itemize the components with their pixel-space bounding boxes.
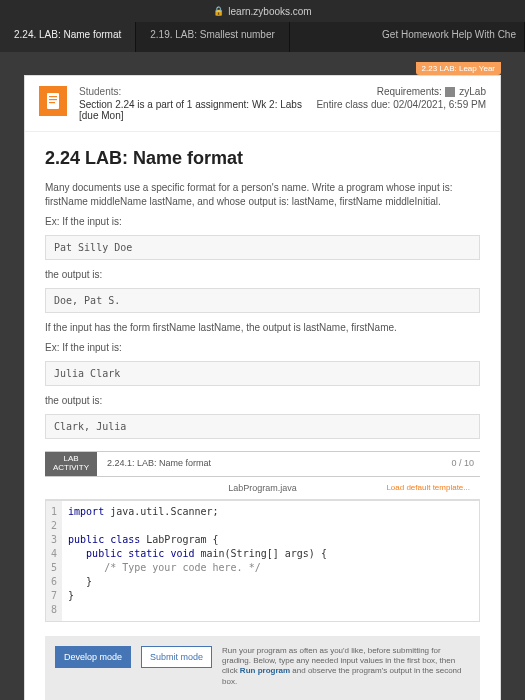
tab-homework-help[interactable]: Get Homework Help With Che: [290, 22, 525, 52]
browser-address-bar: 🔒 learn.zybooks.com: [0, 0, 525, 22]
out1-label: the output is:: [45, 268, 480, 282]
lab-description: Many documents use a specific format for…: [45, 181, 480, 209]
svg-rect-1: [49, 96, 57, 97]
ex1-input: Pat Silly Doe: [45, 235, 480, 260]
activity-number: 2.24.1: LAB: Name format: [97, 452, 445, 476]
zylab-icon: [445, 87, 455, 97]
svg-rect-0: [47, 93, 59, 109]
submit-mode-button[interactable]: Submit mode: [141, 646, 212, 668]
code-text: LabProgram {: [140, 534, 218, 545]
activity-score: 0 / 10: [445, 452, 480, 476]
due-label: Entire class due:: [316, 99, 390, 110]
svg-rect-2: [49, 99, 57, 100]
banner-left: Students: Section 2.24 is a part of 1 as…: [79, 86, 316, 121]
due-value: 02/04/2021, 6:59 PM: [393, 99, 486, 110]
ln: 5: [51, 561, 57, 575]
requirements-row: Requirements: zyLab: [316, 86, 486, 97]
mode-panel: Develop mode Submit mode Run your progra…: [45, 636, 480, 698]
tab-lab-name-format[interactable]: 2.24. LAB: Name format: [0, 22, 136, 52]
kw: import: [68, 506, 104, 517]
run-program-text: Run program: [240, 666, 290, 675]
url-text: learn.zybooks.com: [228, 6, 311, 17]
browser-tabs: 2.24. LAB: Name format 2.19. LAB: Smalle…: [0, 22, 525, 52]
ln: 3: [51, 533, 57, 547]
ln: 1: [51, 505, 57, 519]
code-text: main(String[] args) {: [194, 548, 326, 559]
kw: public static void: [86, 548, 194, 559]
ln: 7: [51, 589, 57, 603]
ln: 2: [51, 519, 57, 533]
svg-rect-3: [49, 102, 55, 103]
lock-icon: 🔒: [213, 6, 224, 16]
ln: 8: [51, 603, 57, 617]
req-label: Requirements:: [377, 86, 442, 97]
page-content: 2.23 LAB: Leap Year Students: Section 2.…: [0, 52, 525, 700]
code-text: java.util.Scanner;: [104, 506, 218, 517]
out2-label: the output is:: [45, 394, 480, 408]
ln: 4: [51, 547, 57, 561]
code-text: }: [68, 590, 74, 601]
ex1-label: Ex: If the input is:: [45, 215, 480, 229]
ln: 6: [51, 575, 57, 589]
develop-mode-button[interactable]: Develop mode: [55, 646, 131, 668]
assignment-banner: Students: Section 2.24 is a part of 1 as…: [25, 76, 500, 132]
code-editor[interactable]: 1 2 3 4 5 6 7 8 import java.util.Scanner…: [45, 500, 480, 622]
code-text: }: [86, 576, 92, 587]
assignment-icon: [39, 86, 67, 116]
cond-label: If the input has the form firstName last…: [45, 321, 480, 335]
ex2-label: Ex: If the input is:: [45, 341, 480, 355]
req-value: zyLab: [459, 86, 486, 97]
banner-right: Requirements: zyLab Entire class due: 02…: [316, 86, 486, 110]
ex2-input: Julia Clark: [45, 361, 480, 386]
filename: LabProgram.java: [228, 483, 297, 493]
activity-bar: LAB ACTIVITY 2.24.1: LAB: Name format 0 …: [45, 451, 480, 477]
comment: /* Type your code here. */: [104, 562, 261, 573]
tab-lab-smallest-number[interactable]: 2.19. LAB: Smallest number: [136, 22, 290, 52]
due-row: Entire class due: 02/04/2021, 6:59 PM: [316, 99, 486, 110]
page-title: 2.24 LAB: Name format: [45, 148, 480, 169]
mode-description: Run your program as often as you'd like,…: [222, 646, 470, 688]
ex1-output: Doe, Pat S.: [45, 288, 480, 313]
ex2-output: Clark, Julia: [45, 414, 480, 439]
line-gutter: 1 2 3 4 5 6 7 8: [46, 501, 62, 621]
load-template-link[interactable]: Load default template...: [386, 483, 470, 492]
students-label: Students:: [79, 86, 316, 97]
activity-badge: LAB ACTIVITY: [45, 452, 97, 476]
section-text: Section 2.24 is a part of 1 assignment: …: [79, 99, 316, 121]
kw: public class: [68, 534, 140, 545]
code-area[interactable]: import java.util.Scanner; public class L…: [62, 501, 479, 621]
lab-body: 2.24 LAB: Name format Many documents use…: [25, 132, 500, 700]
lab-card: Students: Section 2.24 is a part of 1 as…: [24, 75, 501, 700]
prev-lab-tag[interactable]: 2.23 LAB: Leap Year: [416, 62, 501, 75]
file-bar: LabProgram.java Load default template...: [45, 477, 480, 500]
activity-tag2: ACTIVITY: [53, 464, 89, 473]
